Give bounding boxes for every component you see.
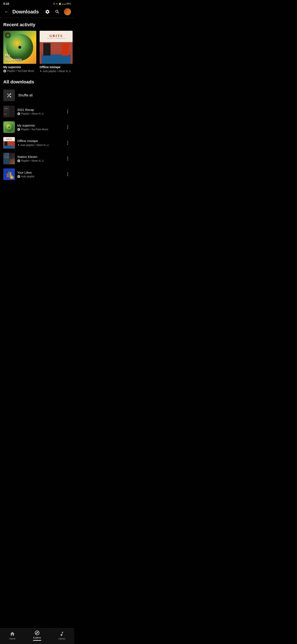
station-eleven-thumb [3,153,15,164]
recent-activity-title: Recent activity [0,18,74,31]
offline-mixtape-source: Abner N. Li [58,70,71,73]
search-icon [55,9,60,14]
grid-cell-4 [9,112,15,118]
station-quad-2 [9,153,15,158]
offline-mixtape-list-type: Auto playlist [20,144,34,146]
grits-text: GRITS [49,34,63,38]
download-item-offline-mixtape[interactable]: GRITS Offline mixtape ✦ Auto playlist • … [0,135,74,151]
offline-mixtape-list-meta: ✦ Auto playlist • Abner N. Li [17,144,62,146]
back-arrow-icon: ← [4,9,9,14]
supermix-card-label: MySupermix [5,53,22,62]
your-likes-meta: Auto playlist [17,175,62,178]
offline-mixtape-card-image: GRITS THE ART OF TRANSLATION [40,31,73,64]
offline-mixtape-list-info: Offline mixtape ✦ Auto playlist • Abner … [17,139,62,146]
offline-mixtape-list-thumb: GRITS [3,137,15,148]
shuffle-icon [6,92,12,98]
likes-bar-1 [7,173,8,177]
grid-cell-2 [9,106,15,112]
shuffle-all-row[interactable]: Shuffle all [0,87,74,104]
more-dots-icon-3 [67,141,68,145]
station-quad-1 [3,153,9,158]
grits-sm-scene [3,141,15,148]
offline-mixtape-sparkle: ✦ [17,144,19,146]
download-item-station-eleven[interactable]: Station Eleven Playlist • Abner N. Li [0,151,74,166]
dot-2 [67,111,68,112]
recent-card-offline-mixtape[interactable]: GRITS THE ART OF TRANSLATION [40,31,73,73]
more-dots-icon-4 [67,157,68,160]
settings-icon [45,9,50,14]
offline-mixtape-list-source: Abner N. Li [36,144,49,146]
likes-check-icon [17,175,20,178]
supermix-disc-sm [4,122,13,132]
search-button[interactable] [54,8,61,15]
supermix-list-thumb [3,121,15,133]
supermix-card-meta: Playlist • YouTube Music [3,70,36,72]
download-item-supermix[interactable]: My supermix Playlist • YouTube Music [0,119,74,135]
recent-activity-section: Recent activity MySupermix M [0,18,74,76]
2021-recap-name: 2021 Recap [17,108,62,112]
recent-activity-scroll[interactable]: MySupermix My supermix Playlist • YouTub… [0,31,74,76]
status-icons: G ⚭ 🔔 ▴ ▴ 55% [53,2,71,5]
2021-text: 2021 [4,108,8,110]
signal-icon: ▴ [64,2,66,5]
download-item-2021-recap[interactable]: 2021 CAP 2021 Recap Playlist • [0,104,74,119]
2021-grid: 2021 CAP [3,106,15,117]
grid-cell-1: 2021 [3,106,9,112]
shuffle-thumb [3,90,15,101]
header-actions [44,8,71,15]
2021-source: Abner N. Li [31,112,44,115]
station-eleven-more-button[interactable] [64,155,71,162]
station-type: Playlist [21,159,29,162]
page-title: Downloads [12,9,42,15]
bluetooth-icon: ⚭ [56,2,58,5]
your-likes-info: Your Likes Auto playlist [17,171,62,178]
supermix-list-type: Playlist [21,128,29,131]
avatar[interactable] [64,8,71,15]
your-likes-name: Your Likes [17,171,62,174]
offline-mixtape-type: Auto playlist [43,70,56,73]
supermix-type: Playlist [7,70,15,72]
supermix-list-source: YouTube Music [31,128,48,131]
supermix-more-button[interactable] [64,124,71,130]
grits-sm-fig-r [11,142,13,146]
station-thumb-bg [3,153,15,164]
station-quad-3 [3,159,9,164]
2021-check-icon [17,112,20,115]
offline-mixtape-more-button[interactable] [64,140,71,146]
offline-mixtape-card-name: Offline mixtape [40,66,73,69]
supermix-dot: • [16,70,16,72]
wifi-icon: ▴ [62,2,63,5]
2021-recap-info: 2021 Recap Playlist • Abner N. Li [17,108,62,115]
sparkle-icon: ✦ [40,70,42,73]
g-icon: G [53,2,55,5]
download-item-your-likes[interactable]: 👍 Your Likes Auto playlist [0,166,74,182]
play-icon-overlay [5,32,11,38]
content-area: Recent activity MySupermix M [0,18,74,198]
station-check-icon [17,159,20,162]
back-button[interactable]: ← [3,8,10,15]
play-icon [6,34,9,37]
supermix-thumb-bg [3,121,15,133]
likes-thumb-bg: 👍 [3,168,15,180]
grid-cell-3: CAP [3,112,9,118]
your-likes-more-button[interactable] [64,171,71,178]
offline-mixtape-thumb-bg: GRITS [3,137,15,148]
recent-card-supermix[interactable]: MySupermix My supermix Playlist • YouTub… [3,31,36,73]
figure-right [62,43,69,56]
figure-left [43,43,50,56]
station-eleven-name: Station Eleven [17,155,62,158]
settings-button[interactable] [44,8,51,15]
more-dots-icon-2 [67,125,68,129]
2021-type: Playlist [21,112,29,115]
2021-thumb-bg: 2021 CAP [3,106,15,117]
station-source: Abner N. Li [31,159,44,162]
grits-sm-text: GRITS [6,138,12,140]
2021-recap-more-button[interactable] [64,108,71,115]
station-eleven-meta: Playlist • Abner N. Li [17,159,62,162]
grits-scene [40,42,73,64]
offline-mixtape-card-meta: ✦ Auto playlist • Abner N. Li [40,70,73,73]
grits-top: GRITS THE ART OF TRANSLATION [40,31,73,42]
supermix-list-name: My supermix [17,124,62,127]
recap-text: CAP [3,113,7,115]
supermix-card-name: My supermix [3,66,36,69]
